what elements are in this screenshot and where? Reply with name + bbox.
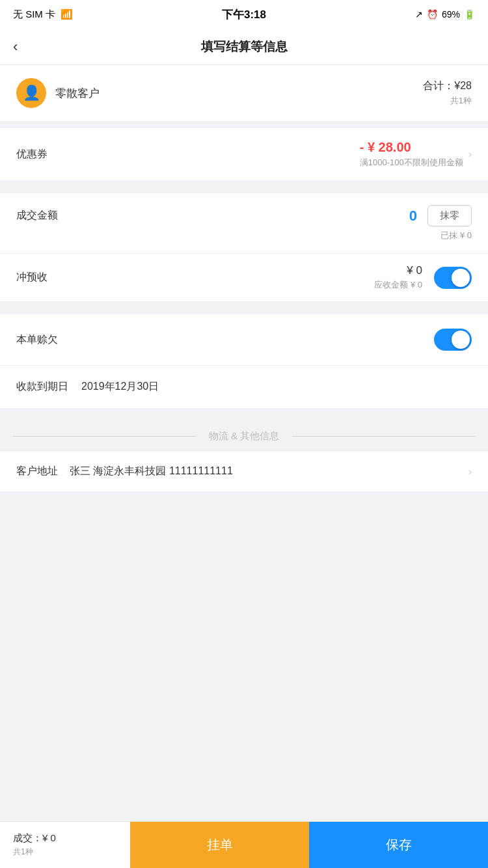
duedate-row[interactable]: 收款到期日 2019年12月30日 <box>0 365 488 408</box>
bottom-info: 成交：¥ 0 共1种 <box>0 832 130 858</box>
toggle-knob <box>452 269 470 287</box>
customer-row[interactable]: 👤 零散客户 合计：¥28 共1种 <box>0 65 488 121</box>
location-icon: ↗ <box>415 9 423 20</box>
bottom-count: 共1种 <box>13 847 117 858</box>
debt-toggle-knob <box>452 331 470 349</box>
coupon-label: 优惠券 <box>16 148 47 161</box>
coupon-discount: - ¥ 28.00 <box>360 140 463 155</box>
bottom-transaction-label: 成交： <box>13 832 42 843</box>
transaction-label: 成交金额 <box>16 209 58 223</box>
main-content: 👤 零散客户 合计：¥28 共1种 优惠券 - ¥ 28.00 满1000-10… <box>0 65 488 675</box>
debt-row: 本单赊欠 <box>0 314 488 365</box>
section-divider-4 <box>0 498 488 628</box>
bottom-transaction-value: ¥ 0 <box>42 832 56 843</box>
coupon-section: 优惠券 - ¥ 28.00 满1000-100不限制使用金额 › <box>0 128 488 180</box>
coupon-arrow-icon: › <box>468 148 472 160</box>
coupon-desc: 满1000-100不限制使用金额 <box>360 157 463 169</box>
duedate-value: 2019年12月30日 <box>81 380 159 394</box>
coupon-info: - ¥ 28.00 满1000-100不限制使用金额 <box>360 140 463 169</box>
status-bar: 无 SIM 卡 📶 下午3:18 ↗ ⏰ 69% 🔋 <box>0 0 488 29</box>
section-divider-1 <box>0 187 488 193</box>
nav-bar: ‹ 填写结算等信息 <box>0 29 488 65</box>
bottom-actions: 挂单 保存 <box>130 822 488 868</box>
round-button[interactable]: 抹零 <box>427 205 472 226</box>
transaction-section: 成交金额 0 抹零 已抹 ¥ 0 冲预收 ¥ 0 应收金额 ¥ 0 <box>0 193 488 301</box>
address-section: 客户地址 张三 海淀永丰科技园 11111111111 › <box>0 452 488 491</box>
bottom-bar: 成交：¥ 0 共1种 挂单 保存 <box>0 821 488 868</box>
alarm-icon: ⏰ <box>427 9 438 20</box>
prepaid-toggle[interactable] <box>434 267 472 289</box>
section-divider-3 <box>0 414 488 421</box>
bottom-transaction: 成交：¥ 0 <box>13 832 117 845</box>
prepaid-right: ¥ 0 应收金额 ¥ 0 <box>374 264 472 291</box>
status-bar-time: 下午3:18 <box>222 7 266 22</box>
page-title: 填写结算等信息 <box>201 38 288 55</box>
back-button[interactable]: ‹ <box>13 38 18 55</box>
address-label: 客户地址 <box>16 465 58 478</box>
battery-text: 69% <box>442 9 460 20</box>
debt-section: 本单赊欠 收款到期日 2019年12月30日 <box>0 314 488 408</box>
customer-left: 👤 零散客户 <box>16 78 100 108</box>
logistics-line-left <box>13 436 196 437</box>
logistics-divider: 物流 & 其他信息 <box>0 421 488 452</box>
transaction-right: 0 抹零 <box>409 205 472 226</box>
carrier-text: 无 SIM 卡 <box>13 8 55 21</box>
avatar: 👤 <box>16 78 46 108</box>
transaction-row: 成交金额 0 抹零 <box>16 205 472 226</box>
transaction-amount: 0 <box>409 208 417 224</box>
wifi-icon: 📶 <box>61 8 73 20</box>
prepaid-amount: ¥ 0 <box>374 264 422 277</box>
status-bar-left: 无 SIM 卡 📶 <box>13 8 73 21</box>
coupon-right: - ¥ 28.00 满1000-100不限制使用金额 › <box>360 140 472 169</box>
address-row[interactable]: 客户地址 张三 海淀永丰科技园 11111111111 › <box>0 452 488 491</box>
customer-total: 合计：¥28 <box>423 79 472 93</box>
hangup-button[interactable]: 挂单 <box>130 822 309 868</box>
debt-label: 本单赊欠 <box>16 333 58 347</box>
customer-name: 零散客户 <box>55 86 100 101</box>
duedate-label: 收款到期日 <box>16 380 68 394</box>
section-divider-2 <box>0 308 488 314</box>
status-bar-right: ↗ ⏰ 69% 🔋 <box>415 9 475 20</box>
prepaid-sub: 应收金额 ¥ 0 <box>374 279 422 291</box>
customer-section: 👤 零散客户 合计：¥28 共1种 <box>0 65 488 121</box>
address-arrow-icon: › <box>468 466 472 478</box>
logistics-line-right <box>292 436 475 437</box>
battery-icon: 🔋 <box>464 9 475 20</box>
prepaid-label: 冲预收 <box>16 271 47 284</box>
address-value: 张三 海淀永丰科技园 11111111111 <box>70 465 468 478</box>
prepaid-amounts: ¥ 0 应收金额 ¥ 0 <box>374 264 422 291</box>
transaction-sub: 已抹 ¥ 0 <box>16 230 472 241</box>
logistics-text: 物流 & 其他信息 <box>209 430 279 442</box>
debt-toggle[interactable] <box>434 329 472 351</box>
customer-count: 共1种 <box>423 95 472 107</box>
coupon-row[interactable]: 优惠券 - ¥ 28.00 满1000-100不限制使用金额 › <box>0 128 488 180</box>
save-button[interactable]: 保存 <box>309 822 488 868</box>
prepaid-row: 冲预收 ¥ 0 应收金额 ¥ 0 <box>0 253 488 301</box>
customer-right: 合计：¥28 共1种 <box>423 79 472 107</box>
